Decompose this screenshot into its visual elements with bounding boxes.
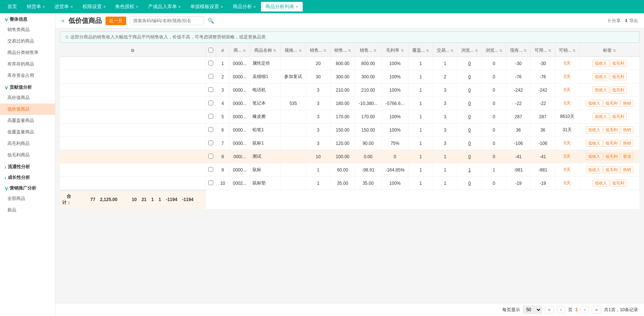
col-sales-avg[interactable]: 销售... ⇅ <box>355 44 382 57</box>
col-setting[interactable]: ⚙ <box>60 44 206 57</box>
first-page-btn[interactable]: « <box>545 306 554 313</box>
tag-低收入[interactable]: 低收入 <box>586 166 603 173</box>
sidebar-item-all-products[interactable]: 全部商品 <box>0 193 55 204</box>
cell-views1[interactable]: 0 <box>457 177 482 190</box>
collapse-growth-icon[interactable]: › <box>4 175 6 181</box>
sidebar-item-traded-products[interactable]: 交易过的商品 <box>0 35 55 47</box>
cell-views1[interactable]: 0 <box>457 84 482 97</box>
tag-低毛利[interactable]: 低毛利 <box>610 60 627 67</box>
tag-低毛利[interactable]: 低毛利 <box>603 140 620 147</box>
cell-checkbox[interactable] <box>206 150 216 163</box>
sidebar-item-high-margin[interactable]: 高毛利商品 <box>0 138 55 149</box>
sidebar-item-low-value[interactable]: 低价值商品 <box>0 103 55 115</box>
row-checkbox[interactable] <box>208 154 213 159</box>
views1-link[interactable]: 0 <box>468 154 471 159</box>
views1-link[interactable]: 0 <box>468 181 471 186</box>
select-all-checkbox[interactable] <box>208 48 213 52</box>
collapse-contribution-icon[interactable]: ∨ <box>4 85 8 91</box>
search-input[interactable] <box>130 16 204 25</box>
sidebar-group-growth[interactable]: › 成长性分析 <box>0 171 55 182</box>
tag-低毛利[interactable]: 低毛利 <box>610 86 627 94</box>
views1-link[interactable]: 0 <box>468 114 471 119</box>
tag-低收入[interactable]: 低收入 <box>593 60 609 67</box>
cell-views1[interactable]: 0 <box>457 137 482 150</box>
export-btn[interactable]: ⬇ 导出 <box>624 18 638 24</box>
row-checkbox[interactable] <box>208 140 213 145</box>
views1-link[interactable]: 0 <box>468 74 471 79</box>
sidebar-item-category-sales-rate[interactable]: 商品分类销售率 <box>0 47 55 58</box>
cell-views1[interactable]: 0 <box>457 150 482 163</box>
col-sales-amount[interactable]: 销售... ⇅ <box>331 44 355 57</box>
filter-recent-month-btn[interactable]: 近一月 <box>105 17 126 25</box>
next-page-btn[interactable]: › <box>581 306 589 313</box>
tag-低收入[interactable]: 低收入 <box>593 73 609 80</box>
tag-低收入[interactable]: 低收入 <box>586 126 603 133</box>
col-coverage[interactable]: 覆盖... ⇅ <box>409 44 433 57</box>
tag-低毛利[interactable]: 低毛利 <box>603 100 620 107</box>
cell-views1[interactable]: 0 <box>457 57 482 70</box>
table-container[interactable]: ⚙ # 商... ⇅ 商品名称 ⇅ 规格... ⇅ 销售... ⇅ 销售... … <box>56 44 644 303</box>
col-name[interactable]: 商品名称 ⇅ <box>250 44 281 57</box>
last-page-btn[interactable]: » <box>592 306 601 313</box>
nav-sales-order[interactable]: 销货单 × <box>22 2 49 11</box>
cell-views1[interactable]: 1 <box>457 163 482 177</box>
sidebar-group-general[interactable]: ∨ 整体信息 <box>0 13 55 24</box>
cell-views1[interactable]: 0 <box>457 70 482 84</box>
collapse-general-icon[interactable]: ∨ <box>4 17 8 23</box>
row-checkbox[interactable] <box>208 101 213 105</box>
cell-checkbox[interactable] <box>206 97 216 110</box>
views1-link[interactable]: 0 <box>468 128 471 133</box>
tag-低毛利[interactable]: 低毛利 <box>610 113 627 120</box>
row-checkbox[interactable] <box>208 74 213 79</box>
col-views1[interactable]: 浏览... ⇅ <box>457 44 482 57</box>
share-btn[interactable]: ⎘ 分享 <box>608 18 621 24</box>
collapse-marketing-icon[interactable]: ∨ <box>4 186 8 191</box>
nav-product-analysis[interactable]: 商品分析 × <box>228 2 260 11</box>
views1-link[interactable]: 0 <box>468 61 471 66</box>
nav-close-product-inbound[interactable]: × <box>178 4 181 9</box>
sidebar-item-sales-products[interactable]: 销售类商品 <box>0 24 55 35</box>
sidebar-group-liquidity[interactable]: › 流通性分析 <box>0 161 55 171</box>
nav-permission[interactable]: 权限设置 × <box>78 2 110 11</box>
cell-views1[interactable]: 0 <box>457 110 482 123</box>
cell-checkbox[interactable] <box>206 163 216 177</box>
cell-views1[interactable]: 0 <box>457 97 482 110</box>
col-stock[interactable]: 现有... ⇅ <box>506 44 531 57</box>
col-checkbox-header[interactable] <box>206 44 216 57</box>
cell-checkbox[interactable] <box>206 70 216 84</box>
search-icon[interactable]: 🔍 <box>208 18 214 24</box>
cell-checkbox[interactable] <box>206 123 216 137</box>
sidebar-group-marketing[interactable]: ∨ 营销推广分析 <box>0 182 55 193</box>
cell-checkbox[interactable] <box>206 84 216 97</box>
cell-checkbox[interactable] <box>206 57 216 70</box>
sidebar-item-inventory-capital[interactable]: 库存资金占用 <box>0 70 55 81</box>
sidebar-toggle-btn[interactable]: « <box>61 17 65 24</box>
row-checkbox[interactable] <box>208 114 213 119</box>
nav-close-product-analysis-list[interactable]: × <box>296 4 298 9</box>
row-checkbox[interactable] <box>208 167 213 172</box>
tag-低收入[interactable]: 低收入 <box>593 180 609 187</box>
tag-热销[interactable]: 热销 <box>621 140 633 147</box>
nav-close-product-analysis[interactable]: × <box>254 4 256 9</box>
tag-低收入[interactable]: 低收入 <box>586 153 603 160</box>
cell-checkbox[interactable] <box>206 177 216 190</box>
nav-home[interactable]: 首页 <box>3 2 21 11</box>
tag-低收入[interactable]: 低收入 <box>593 113 609 120</box>
tag-低毛利[interactable]: 低毛利 <box>610 180 627 187</box>
cell-checkbox[interactable] <box>206 110 216 123</box>
nav-close-permission[interactable]: × <box>103 4 105 9</box>
nav-product-analysis-list[interactable]: 商品分析列表 × <box>261 2 302 11</box>
nav-close-purchase-order[interactable]: × <box>70 4 73 9</box>
sidebar-item-low-coverage[interactable]: 低覆盖量商品 <box>0 126 55 138</box>
tag-低收入[interactable]: 低收入 <box>593 86 609 94</box>
sidebar-item-new-products[interactable]: 新品 <box>0 204 55 216</box>
col-available[interactable]: 可用... ⇅ <box>531 44 555 57</box>
tag-低毛利[interactable]: 低毛利 <box>610 73 627 80</box>
row-checkbox[interactable] <box>208 180 213 185</box>
tag-低毛利[interactable]: 低毛利 <box>603 126 620 133</box>
nav-role-auth[interactable]: 角色授权 × <box>111 2 142 11</box>
views1-link[interactable]: 0 <box>468 101 471 106</box>
row-checkbox[interactable] <box>208 61 213 65</box>
nav-template-settings[interactable]: 单据模板设置 × <box>186 2 227 11</box>
col-spec[interactable]: 规格... ⇅ <box>281 44 306 57</box>
